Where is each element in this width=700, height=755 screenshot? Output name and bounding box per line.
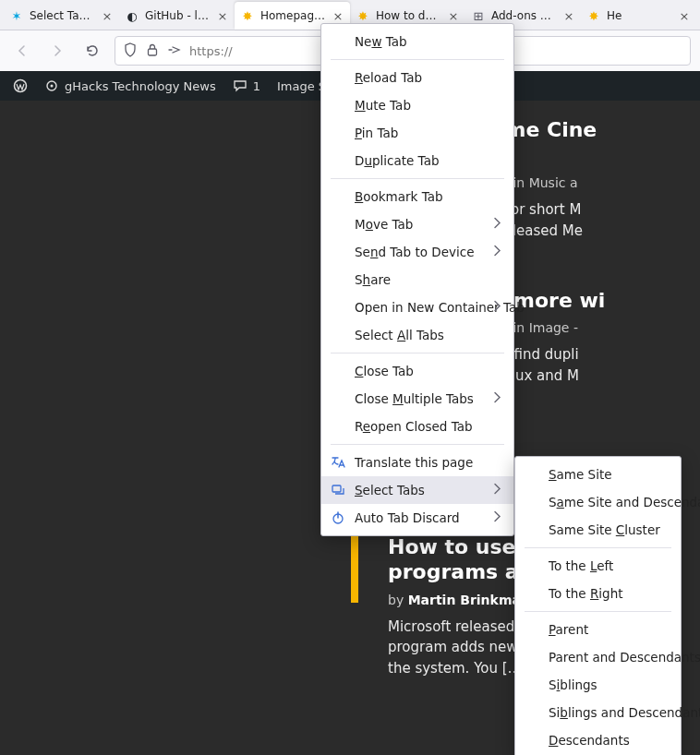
menu-item-label: Pin Tab [355,126,398,140]
menu-item[interactable]: Auto Tab Discard [321,504,513,532]
favicon-icon: ◐ [125,8,139,23]
menu-item[interactable]: Descendants [515,726,681,754]
favicon-icon: ✶ [9,8,24,23]
close-icon[interactable]: × [562,9,575,22]
menu-item[interactable]: Bookmark Tab [321,183,513,210]
menu-separator [331,59,504,60]
menu-item[interactable]: New Tab [321,28,513,55]
tab-label: Select Tabs – Ge [30,9,95,22]
menu-separator [331,444,504,445]
menu-item-label: Same Site and Descendants [549,495,700,509]
menu-item-label: Siblings [549,677,597,692]
menu-item[interactable]: Siblings [515,671,681,699]
menu-item-label: To the Right [549,586,623,601]
tab[interactable]: ◐GitHub - l10nel× [119,2,235,30]
menu-item-label: Send Tab to Device [355,245,474,259]
svg-point-3 [51,85,54,88]
power-icon [331,510,345,525]
menu-item[interactable]: Close Multiple Tabs [321,385,513,413]
chevron-right-icon [489,244,504,261]
menu-item-label: Same Site Cluster [549,522,660,537]
forward-button[interactable] [44,38,70,64]
permissions-icon [167,42,182,60]
menu-item-label: Share [355,272,391,287]
menu-item-label: Parent [549,622,588,637]
chevron-right-icon [489,390,504,408]
menu-item-label: Descendants [549,733,630,748]
reload-button[interactable] [79,38,105,64]
menu-item-label: Close Tab [355,364,414,378]
menu-item[interactable]: Send Tab to Device [321,238,513,266]
menu-item[interactable]: Same Site and Descendants [515,488,681,516]
menu-separator [525,547,671,548]
tab-context-menu: New TabReload TabMute TabPin TabDuplicat… [320,23,514,536]
menu-item[interactable]: Move Tab [321,210,513,238]
menu-item-label: Select All Tabs [355,328,444,342]
menu-item[interactable]: Pin Tab [321,119,513,147]
menu-item-label: Reload Tab [355,70,422,85]
menu-item[interactable]: To the Left [515,552,681,580]
close-icon[interactable]: × [332,9,344,22]
menu-item[interactable]: Translate this page [321,449,513,476]
menu-item-label: Duplicate Tab [355,153,439,168]
tab-label: He [607,9,672,22]
close-icon[interactable]: × [216,9,229,22]
menu-item[interactable]: To the Right [515,580,681,607]
menu-separator [331,353,504,354]
chevron-right-icon [489,216,504,234]
favicon-icon: ✸ [240,8,255,23]
menu-item-label: Mute Tab [355,98,411,113]
menu-item-label: Auto Tab Discard [355,510,460,525]
menu-item[interactable]: Select All Tabs [321,321,513,349]
close-icon[interactable]: × [678,9,691,22]
favicon-icon: ⊞ [471,8,486,23]
menu-item[interactable]: Select Tabs [321,476,513,504]
wp-comments[interactable]: 1 [233,78,260,93]
menu-item-label: Move Tab [355,217,413,232]
translate-icon [331,455,345,470]
menu-item-label: Bookmark Tab [355,189,443,204]
shield-icon [123,42,138,60]
menu-item-label: New Tab [355,34,407,49]
menu-item[interactable]: Duplicate Tab [321,147,513,174]
back-button[interactable] [9,38,35,64]
tab[interactable]: ✶Select Tabs – Ge× [4,2,119,30]
stack-icon [331,483,345,497]
menu-item-label: Translate this page [355,455,473,470]
menu-item[interactable]: Mute Tab [321,91,513,119]
menu-item-label: Reopen Closed Tab [355,419,473,434]
lock-icon [145,42,160,60]
accent-stripe [351,538,358,603]
select-tabs-submenu: Same SiteSame Site and DescendantsSame S… [514,456,682,755]
tab-label: How to downlo [376,9,441,22]
tab-label: Homepage | gh [260,9,326,22]
svg-rect-0 [149,49,157,55]
menu-item[interactable]: Parent and Descendants [515,643,681,671]
menu-item[interactable]: Close Tab [321,357,513,385]
menu-separator [331,178,504,179]
menu-item[interactable]: Same Site [515,461,681,488]
wp-logo-icon[interactable] [13,78,28,93]
svg-rect-4 [332,485,341,492]
chevron-right-icon [489,299,504,317]
close-icon[interactable]: × [101,9,114,22]
chevron-right-icon [489,509,504,527]
menu-item[interactable]: Same Site Cluster [515,516,681,544]
menu-item[interactable]: Reload Tab [321,64,513,91]
menu-item-label: Parent and Descendants [549,650,700,665]
menu-item-label: Same Site [549,467,612,482]
menu-item[interactable]: Share [321,266,513,294]
menu-item[interactable]: Parent [515,616,681,643]
url-text: https:// [189,44,233,58]
wp-site-name[interactable]: gHacks Technology News [44,78,216,93]
menu-item[interactable]: Reopen Closed Tab [321,413,513,440]
menu-item-label: To the Left [549,558,613,573]
menu-item[interactable]: Siblings and Descendants [515,699,681,726]
close-icon[interactable]: × [447,9,460,22]
menu-item[interactable]: Open in New Container Tab [321,294,513,321]
menu-item-label: Select Tabs [355,483,425,497]
tab-label: Add-ons Manag [491,9,557,22]
chevron-right-icon [489,482,504,499]
tab[interactable]: ✸He× [581,2,696,30]
menu-item-label: Close Multiple Tabs [355,391,474,406]
